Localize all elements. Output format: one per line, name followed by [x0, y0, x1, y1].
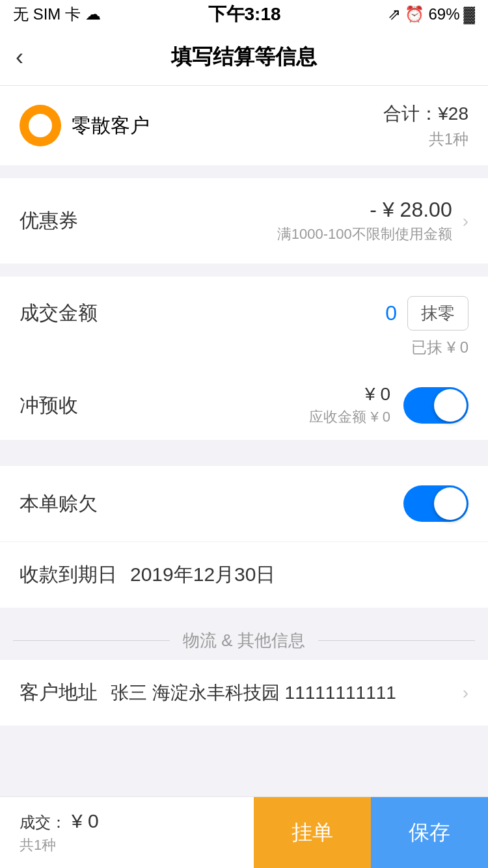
coupon-label: 优惠券: [20, 208, 78, 234]
debt-section: 本单赊欠: [0, 466, 488, 541]
customer-section: 零散客户 合计：¥28 共1种: [0, 86, 488, 165]
avatar-icon: [29, 114, 52, 137]
deal-label: 成交金额: [20, 300, 98, 327]
round-zero-button[interactable]: 抹零: [407, 296, 468, 331]
bottom-deal-row: 成交： ¥ 0: [20, 810, 234, 833]
customer-avatar: [20, 105, 61, 146]
battery-level: 69%: [428, 5, 459, 23]
chevron-right-icon: ›: [463, 211, 468, 232]
debt-toggle[interactable]: [403, 485, 468, 522]
coupon-section: 优惠券 - ¥ 28.00 满1000-100不限制使用金额 ›: [0, 178, 488, 264]
bottom-deal-value: ¥ 0: [72, 810, 99, 832]
debt-toggle-knob: [434, 487, 467, 520]
address-section[interactable]: 客户地址 张三 海淀永丰科技园 11111111111 ›: [0, 660, 488, 726]
deal-value-group: 0 抹零: [371, 296, 468, 331]
location-icon: ⇗: [388, 5, 401, 23]
deal-section: 成交金额 0 抹零 已抹 ¥ 0 冲预收 ¥ 0 应收金额 ¥ 0: [0, 277, 488, 440]
total-count: 共1种: [383, 129, 468, 150]
customer-total: 合计：¥28 共1种: [383, 102, 468, 150]
customer-name: 零散客户: [72, 113, 150, 139]
page-title: 填写结算等信息: [171, 43, 317, 72]
coupon-row[interactable]: 优惠券 - ¥ 28.00 满1000-100不限制使用金额 ›: [0, 178, 488, 264]
main-content: 零散客户 合计：¥28 共1种 优惠券 - ¥ 28.00 满1000-100不…: [0, 86, 488, 804]
coupon-amount-group: - ¥ 28.00 满1000-100不限制使用金额: [277, 198, 452, 244]
coupon-desc: 满1000-100不限制使用金额: [277, 224, 452, 244]
save-button[interactable]: 保存: [371, 797, 488, 869]
status-bar: 无 SIM 卡 ☁ 下午3:18 ⇗ ⏰ 69% ▓: [0, 0, 488, 29]
prepay-amount-group: ¥ 0 应收金额 ¥ 0: [309, 384, 390, 427]
section-divider-1: [0, 264, 488, 277]
deal-value[interactable]: 0: [371, 301, 397, 325]
sim-status: 无 SIM 卡 ☁: [13, 4, 101, 25]
total-amount: 合计：¥28: [383, 102, 468, 126]
toggle-knob: [434, 389, 467, 422]
bottom-count: 共1种: [20, 835, 234, 855]
status-time: 下午3:18: [208, 2, 281, 27]
already-round: 已抹 ¥ 0: [0, 337, 488, 371]
address-value: 张三 海淀永丰科技园 11111111111: [111, 681, 463, 705]
bottom-deal-label: 成交：: [20, 812, 66, 833]
hold-button[interactable]: 挂单: [254, 797, 371, 869]
prepay-toggle[interactable]: [403, 387, 468, 424]
prepay-row: 冲预收 ¥ 0 应收金额 ¥ 0: [0, 371, 488, 440]
receivable-amount: 应收金额 ¥ 0: [309, 407, 390, 427]
back-button[interactable]: ‹: [16, 44, 23, 71]
status-right: ⇗ ⏰ 69% ▓: [388, 5, 475, 23]
due-date-section[interactable]: 收款到期日 2019年12月30日: [0, 541, 488, 608]
customer-info: 零散客户: [20, 105, 150, 146]
logistics-line-right: [318, 640, 475, 641]
deal-row: 成交金额 0 抹零: [0, 277, 488, 337]
address-label: 客户地址: [20, 679, 98, 706]
coupon-amount: - ¥ 28.00: [277, 198, 452, 222]
bottom-info: 成交： ¥ 0 共1种: [0, 810, 254, 855]
logistics-text: 物流 & 其他信息: [183, 629, 305, 652]
section-divider-2: [0, 440, 488, 453]
alarm-icon: ⏰: [405, 5, 424, 23]
bottom-bar: 成交： ¥ 0 共1种 挂单 保存: [0, 796, 488, 868]
logistics-line-left: [13, 640, 170, 641]
debt-label: 本单赊欠: [20, 491, 98, 517]
prepay-amount: ¥ 0: [309, 384, 390, 405]
prepay-label: 冲预收: [20, 392, 78, 419]
due-date-value: 2019年12月30日: [130, 562, 275, 588]
coupon-right: - ¥ 28.00 满1000-100不限制使用金额 ›: [277, 198, 468, 244]
address-chevron-icon: ›: [463, 683, 468, 703]
status-left: 无 SIM 卡 ☁: [13, 4, 101, 25]
prepay-right: ¥ 0 应收金额 ¥ 0: [309, 384, 468, 427]
due-date-label: 收款到期日: [20, 562, 117, 588]
nav-bar: ‹ 填写结算等信息: [0, 29, 488, 86]
battery-icon: ▓: [463, 5, 475, 23]
logistics-divider: 物流 & 其他信息: [0, 621, 488, 660]
